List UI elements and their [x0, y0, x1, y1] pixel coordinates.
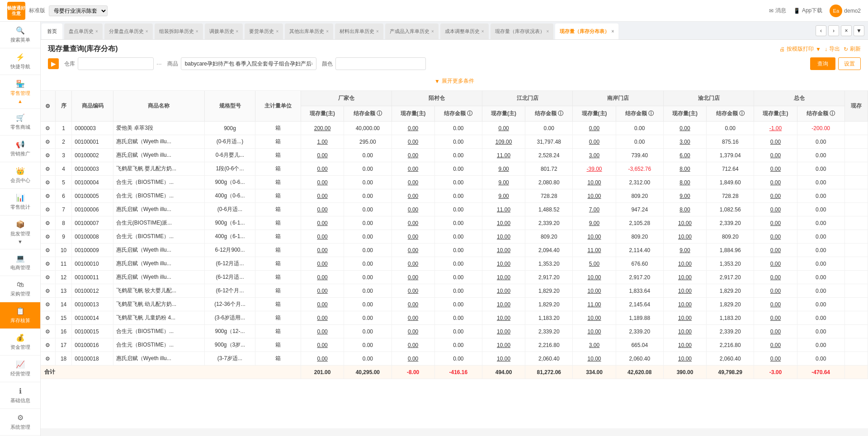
td-yb-qty[interactable]: 10.00 — [663, 257, 706, 271]
td-jb-qty[interactable]: 10.00 — [482, 230, 525, 244]
td-mc-qty[interactable]: 0.00 — [392, 325, 434, 338]
td-jb-qty[interactable]: 10.00 — [482, 352, 525, 366]
td-total-qty[interactable]: 0.00 — [754, 216, 797, 230]
td-fj-qty[interactable]: 0.00 — [301, 338, 344, 352]
th-settings[interactable]: ⚙ — [41, 91, 55, 122]
td-na-qty[interactable]: 11.00 — [573, 244, 616, 257]
td-jb-qty[interactable]: 11.00 — [482, 149, 525, 162]
td-settings[interactable]: ⚙ — [41, 162, 55, 176]
td-yb-qty[interactable]: 8.00 — [663, 203, 706, 216]
tab-close-8[interactable]: × — [431, 29, 434, 34]
print-btn[interactable]: 🖨 按模版打印 ▼ — [779, 45, 821, 53]
sidebar-item-search[interactable]: 🔍 搜索英单 — [0, 22, 40, 48]
goods-input[interactable] — [181, 57, 316, 70]
td-na-qty[interactable]: 10.00 — [573, 311, 616, 325]
query-button[interactable]: 查询 — [810, 57, 835, 70]
td-yb-qty[interactable]: 10.00 — [663, 284, 706, 298]
sidebar-item-operations[interactable]: 📈 经营管理 — [0, 356, 40, 382]
td-settings[interactable]: ⚙ — [41, 284, 55, 298]
tab-close-7[interactable]: × — [376, 29, 379, 34]
td-fj-qty[interactable]: 0.00 — [301, 271, 344, 284]
sidebar-item-inventory[interactable]: 📋 库存核算 — [0, 302, 40, 329]
td-jb-qty[interactable]: 10.00 — [482, 325, 525, 338]
warehouse-dots[interactable]: ··· — [156, 60, 162, 67]
td-na-qty[interactable]: 3.00 — [573, 338, 616, 352]
td-settings[interactable]: ⚙ — [41, 352, 55, 366]
td-yb-qty[interactable]: 10.00 — [663, 352, 706, 366]
td-jb-qty[interactable]: 0.00 — [482, 122, 525, 135]
tab-close-4[interactable]: × — [236, 29, 239, 34]
td-settings[interactable]: ⚙ — [41, 122, 55, 135]
tab-prev-btn[interactable]: ‹ — [816, 25, 826, 36]
industry-selector[interactable]: 母婴行业演示陈套 — [49, 5, 108, 16]
app-download-btn[interactable]: 📱 App下载 — [793, 7, 822, 14]
td-settings[interactable]: ⚙ — [41, 325, 55, 338]
td-total-qty[interactable]: -1.00 — [754, 122, 797, 135]
sidebar-item-finance[interactable]: 💰 资金管理 — [0, 329, 40, 356]
td-yb-qty[interactable]: 6.00 — [663, 149, 706, 162]
td-mc-qty[interactable]: 0.00 — [392, 203, 434, 216]
td-mc-qty[interactable]: 0.00 — [392, 230, 434, 244]
tab-close-1[interactable]: × — [95, 29, 98, 34]
td-na-qty[interactable]: 10.00 — [573, 284, 616, 298]
td-total-qty[interactable]: 0.00 — [754, 352, 797, 366]
tab-close-6[interactable]: × — [326, 29, 329, 34]
tab-close-2[interactable]: × — [146, 29, 148, 34]
tab-close-5[interactable]: × — [276, 29, 278, 34]
td-settings[interactable]: ⚙ — [41, 176, 55, 189]
td-mc-qty[interactable]: 0.00 — [392, 284, 434, 298]
tab-close-btn[interactable]: × — [841, 25, 852, 36]
td-jb-qty[interactable]: 10.00 — [482, 298, 525, 311]
td-mc-qty[interactable]: 0.00 — [392, 135, 434, 149]
td-yb-qty[interactable]: 10.00 — [663, 325, 706, 338]
tab-close-10[interactable]: × — [547, 29, 549, 34]
td-jb-qty[interactable]: 9.00 — [482, 162, 525, 176]
sidebar-item-purchase[interactable]: 🛍 采购管理 — [0, 276, 40, 302]
td-yb-qty[interactable]: 10.00 — [663, 230, 706, 244]
td-settings[interactable]: ⚙ — [41, 298, 55, 311]
td-mc-qty[interactable]: 0.00 — [392, 352, 434, 366]
td-settings[interactable]: ⚙ — [41, 338, 55, 352]
sidebar-item-ecom[interactable]: 💻 电商管理 — [0, 249, 40, 276]
td-na-qty[interactable]: 10.00 — [573, 176, 616, 189]
td-fj-qty[interactable]: 0.00 — [301, 216, 344, 230]
td-na-qty[interactable]: 10.00 — [573, 271, 616, 284]
td-total-qty[interactable]: 0.00 — [754, 325, 797, 338]
sidebar-item-basic-info[interactable]: ℹ 基础信息 — [0, 382, 40, 409]
td-fj-qty[interactable]: 0.00 — [301, 176, 344, 189]
td-settings[interactable]: ⚙ — [41, 189, 55, 203]
td-settings[interactable]: ⚙ — [41, 149, 55, 162]
td-yb-qty[interactable]: 9.00 — [663, 244, 706, 257]
more-link[interactable]: ▼ 展开更多条件 — [434, 77, 474, 85]
td-settings[interactable]: ⚙ — [41, 216, 55, 230]
td-settings[interactable]: ⚙ — [41, 135, 55, 149]
sidebar-item-marketing[interactable]: 📢 营销推广 — [0, 136, 40, 162]
td-mc-qty[interactable]: 0.00 — [392, 216, 434, 230]
td-total-qty[interactable]: 0.00 — [754, 244, 797, 257]
tab-close-3[interactable]: × — [196, 29, 198, 34]
td-fj-qty[interactable]: 200.00 — [301, 122, 344, 135]
tab-inventory-check[interactable]: 盘点单历史 × — [64, 23, 103, 40]
user-area[interactable]: Ea demo2 — [830, 5, 861, 17]
messages-btn[interactable]: ✉ 消息 — [769, 7, 786, 14]
tab-product-in[interactable]: 产成品入库单历史 × — [385, 23, 439, 40]
td-mc-qty[interactable]: 0.00 — [392, 149, 434, 162]
td-total-qty[interactable]: 0.00 — [754, 162, 797, 176]
td-settings[interactable]: ⚙ — [41, 311, 55, 325]
td-na-qty[interactable]: 0.00 — [573, 135, 616, 149]
sidebar-item-system[interactable]: ⚙ 系统管理 — [0, 409, 40, 436]
td-mc-qty[interactable]: 0.00 — [392, 176, 434, 189]
td-na-qty[interactable]: 10.00 — [573, 325, 616, 338]
td-settings[interactable]: ⚙ — [41, 244, 55, 257]
td-fj-qty[interactable]: 0.00 — [301, 203, 344, 216]
tab-inventory-dist[interactable]: 现存量（库存分布表） × — [555, 23, 618, 40]
td-yb-qty[interactable]: 0.00 — [663, 122, 706, 135]
warehouse-input[interactable] — [78, 57, 154, 70]
td-total-qty[interactable]: 0.00 — [754, 176, 797, 189]
td-mc-qty[interactable]: 0.00 — [392, 311, 434, 325]
tab-transfer[interactable]: 调拨单历史 × — [205, 23, 243, 40]
export-btn[interactable]: ↓ 导出 — [825, 45, 840, 53]
sidebar-item-wholesale[interactable]: 📦 批发管理 ▼ — [0, 216, 40, 249]
td-fj-qty[interactable]: 0.00 — [301, 257, 344, 271]
tab-order[interactable]: 要货单历史 × — [245, 23, 283, 40]
